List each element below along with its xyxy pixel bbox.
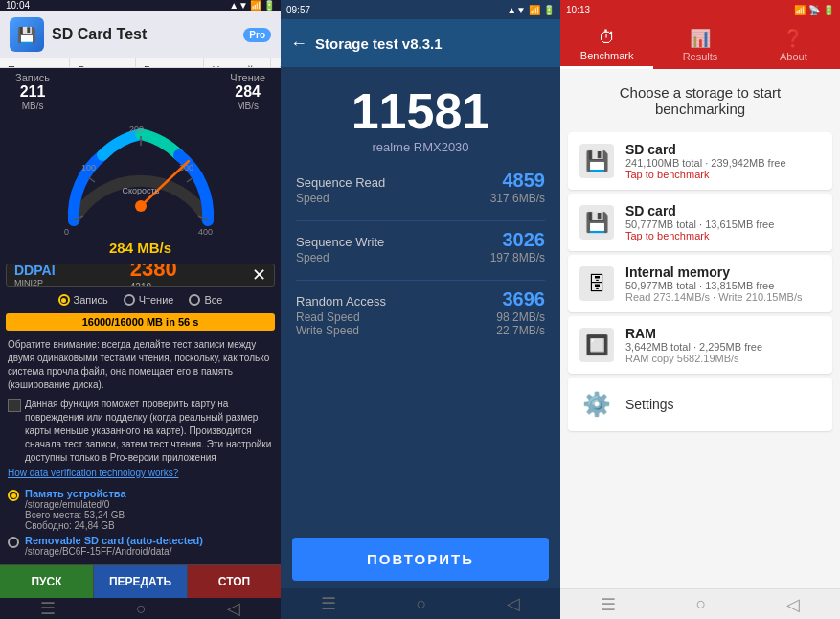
seq-read-line: Sequence Read 4859 bbox=[296, 170, 545, 192]
seq-read-row: Sequence Read 4859 Speed 317,6MB/s bbox=[296, 170, 545, 205]
svg-text:100: 100 bbox=[81, 163, 96, 172]
back-arrow[interactable]: ← bbox=[290, 34, 307, 54]
score-device: realme RMX2030 bbox=[290, 140, 551, 154]
nav-settings[interactable]: Настрой... bbox=[204, 58, 270, 68]
ad-model: MINI2P bbox=[14, 278, 56, 287]
svg-text:0: 0 bbox=[64, 227, 69, 237]
status-icons-2: ▲▼ 📶 🔋 bbox=[507, 5, 555, 15]
nav-panel[interactable]: Панель и... bbox=[0, 58, 70, 68]
seq-read-metric: Speed bbox=[296, 192, 329, 205]
menu-icon-1[interactable]: ☰ bbox=[40, 598, 56, 619]
seq-write-metric: Speed bbox=[296, 251, 329, 264]
storage-radio-2[interactable]: Removable SD card (auto-detected) /stora… bbox=[8, 535, 273, 557]
storage-item-sdcard-1[interactable]: 💾 SD card 241,100MB total · 239,942MB fr… bbox=[568, 132, 832, 190]
home-icon-1[interactable]: ○ bbox=[136, 599, 147, 619]
checkbox-1[interactable] bbox=[8, 399, 21, 412]
back-icon-2[interactable]: ◁ bbox=[507, 593, 520, 614]
storage-radio-circle-1 bbox=[8, 490, 19, 501]
start-button[interactable]: ПУСК bbox=[0, 565, 94, 598]
rand-access-score: 3696 bbox=[503, 288, 546, 310]
rand-access-line: Random Access 3696 bbox=[296, 288, 545, 310]
back-icon-1[interactable]: ◁ bbox=[227, 598, 240, 619]
radio-all-circle bbox=[189, 294, 200, 306]
app-icon-1: 💾 bbox=[10, 17, 44, 52]
bottom-buttons-1: ПУСК ПЕРЕДАТЬ СТОП bbox=[0, 564, 281, 598]
test-results: Sequence Read 4859 Speed 317,6MB/s Seque… bbox=[281, 162, 560, 530]
tab-about[interactable]: ❓ About bbox=[747, 19, 840, 69]
panel-benchmark: 10:13 📶 📡 🔋 ⏱ Benchmark 📊 Results ❓ Abou… bbox=[560, 0, 840, 619]
nav-about[interactable]: О програ... bbox=[271, 58, 281, 68]
write-unit: MB/s bbox=[22, 101, 44, 111]
read-speed-value: 98,2MB/s bbox=[496, 310, 545, 324]
seq-write-row: Sequence Write 3026 Speed 197,8MB/s bbox=[296, 229, 545, 264]
speed-display: 284 MB/s bbox=[0, 240, 281, 260]
status-time-1: 10:04 bbox=[6, 0, 30, 11]
sdcard-icon-2: 💾 bbox=[579, 205, 614, 240]
back-icon-3[interactable]: ◁ bbox=[786, 594, 800, 615]
storage-total-1: Всего места: 53,24 GB bbox=[25, 510, 126, 520]
storage-item-sdcard-2[interactable]: 💾 SD card 50,777MB total · 13,615MB free… bbox=[568, 194, 832, 251]
wifi-icon-2: 📶 bbox=[529, 5, 540, 15]
svg-point-11 bbox=[135, 200, 147, 212]
tab-about-label: About bbox=[780, 51, 807, 62]
write-section: Запись 211 MB/s bbox=[15, 72, 50, 111]
seq-write-value: 197,8MB/s bbox=[490, 251, 545, 264]
storage-path-2: /storage/BC6F-15FF/Android/data/ bbox=[25, 546, 203, 557]
write-read-row: Запись 211 MB/s Чтение 284 MB/s bbox=[0, 68, 281, 111]
storage-section-1: Память устройства /storage/emulated/0 Вс… bbox=[0, 484, 281, 564]
ad-close-icon[interactable]: ✕ bbox=[252, 264, 266, 286]
info-link[interactable]: How data verification technology works? bbox=[8, 468, 178, 478]
nav-results[interactable]: Результа... bbox=[136, 58, 204, 68]
radio-all[interactable]: Все bbox=[189, 294, 222, 306]
app-title-2: Storage test v8.3.1 bbox=[315, 35, 443, 52]
tab-results-label: Results bbox=[683, 51, 718, 62]
tab-bar-3: ⏱ Benchmark 📊 Results ❓ About bbox=[560, 19, 840, 69]
svg-text:400: 400 bbox=[198, 227, 213, 237]
storage-info3-2: SD card 50,777MB total · 13,615MB free T… bbox=[625, 203, 821, 241]
stop-button[interactable]: СТОП bbox=[188, 565, 281, 598]
checkbox-text-1: Данная функция поможет проверить карту н… bbox=[25, 398, 273, 465]
storage-item-ram[interactable]: 🔲 RAM 3,642MB total · 2,295MB free RAM c… bbox=[568, 316, 832, 374]
status-time-3: 10:13 bbox=[566, 5, 590, 15]
storage-item-internal[interactable]: 🗄 Internal memory 50,977MB total · 13,81… bbox=[568, 255, 832, 312]
storage-info3-1: SD card 241,100MB total · 239,942MB free… bbox=[625, 142, 821, 180]
tab-benchmark[interactable]: ⏱ Benchmark bbox=[560, 19, 653, 69]
radio-read[interactable]: Чтение bbox=[124, 294, 174, 306]
battery-icon: 🔋 bbox=[263, 0, 275, 11]
storage-radio-1[interactable]: Память устройства /storage/emulated/0 Вс… bbox=[8, 488, 273, 531]
radio-row: Запись Чтение Все bbox=[0, 290, 281, 310]
status-bar-1: 10:04 ▲▼ 📶 🔋 bbox=[0, 0, 281, 11]
ad-content: DDPAI MINI2P bbox=[14, 264, 56, 287]
nav-bottom-2: ☰ ○ ◁ bbox=[281, 588, 560, 619]
svg-text:200: 200 bbox=[129, 125, 144, 134]
menu-icon-3[interactable]: ☰ bbox=[601, 594, 616, 615]
radio-write[interactable]: Запись bbox=[58, 294, 108, 306]
speedometer-gauge: 0 100 200 300 400 Скорость bbox=[55, 115, 227, 240]
rand-access-label: Random Access bbox=[296, 294, 386, 309]
app-header-2: ← Storage test v8.3.1 bbox=[281, 19, 560, 67]
wifi-icon: ▲▼ bbox=[229, 0, 248, 11]
tab-results[interactable]: 📊 Results bbox=[653, 19, 746, 69]
info-content-1: Обратите внимание: всегда делайте тест з… bbox=[8, 339, 269, 390]
home-icon-3[interactable]: ○ bbox=[696, 594, 707, 614]
home-icon-2[interactable]: ○ bbox=[417, 594, 427, 614]
ad-numbers: 2380 4210 bbox=[130, 264, 177, 287]
settings-item[interactable]: ⚙️ Settings bbox=[568, 378, 832, 431]
menu-icon-2[interactable]: ☰ bbox=[321, 593, 336, 614]
app-header-1: 💾 SD Card Test Pro bbox=[0, 11, 281, 58]
storage-name3-2: SD card bbox=[625, 203, 821, 218]
about-icon: ❓ bbox=[783, 28, 804, 49]
divider-2 bbox=[296, 280, 545, 281]
internal-memory-icon: 🗄 bbox=[579, 266, 614, 301]
svg-line-1 bbox=[88, 177, 95, 182]
signal-icon-3: 📶 bbox=[794, 5, 806, 15]
retry-button[interactable]: ПОВТОРИТЬ bbox=[292, 538, 549, 581]
radio-write-circle bbox=[58, 294, 70, 306]
ad-banner[interactable]: DDPAI MINI2P 2380 4210 ✕ bbox=[6, 264, 275, 287]
nav-visual[interactable]: Визуали... bbox=[70, 58, 136, 68]
write-speed-value: 22,7MB/s bbox=[496, 324, 545, 337]
seq-read-score: 4859 bbox=[503, 170, 546, 192]
seq-read-label: Sequence Read bbox=[296, 175, 385, 190]
storage-detail3-4: 3,642MB total · 2,295MB free bbox=[625, 341, 821, 353]
transfer-button[interactable]: ПЕРЕДАТЬ bbox=[94, 565, 188, 598]
